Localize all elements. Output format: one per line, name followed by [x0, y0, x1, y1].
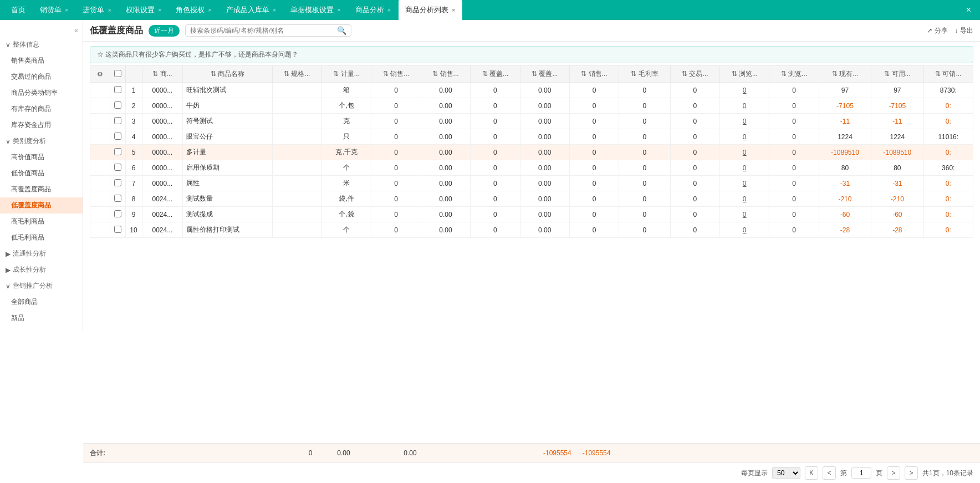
row-browse1[interactable]: 0 — [720, 222, 769, 238]
row-settings[interactable] — [90, 222, 110, 238]
sidebar-item-new-goods[interactable]: 新品 — [0, 310, 83, 326]
close-icon[interactable]: × — [387, 7, 391, 13]
close-icon[interactable]: × — [65, 7, 68, 13]
col-cover1-header[interactable]: ⇅ 覆盖... — [471, 66, 520, 83]
col-trade-header[interactable]: ⇅ 交易... — [670, 66, 719, 83]
nav-item-template[interactable]: 单据模板设置 × — [284, 0, 347, 20]
sidebar-section-circulation[interactable]: ▶ 流通性分析 — [0, 246, 83, 262]
row-settings[interactable] — [90, 129, 110, 145]
col-code-header[interactable]: ⇅ 商... — [142, 66, 183, 83]
close-icon[interactable]: × — [158, 7, 161, 13]
sidebar-item-high-margin[interactable]: 高毛利商品 — [0, 213, 83, 230]
row-browse1[interactable]: 0 — [720, 191, 769, 207]
row-settings[interactable] — [90, 83, 110, 98]
close-icon[interactable]: × — [273, 7, 276, 13]
row-select-checkbox[interactable] — [114, 86, 121, 93]
col-settings-header[interactable]: ⚙ — [90, 66, 110, 83]
sidebar-item-stock-capital[interactable]: 库存资金占用 — [0, 117, 83, 133]
row-checkbox[interactable] — [110, 222, 125, 238]
col-browse1-header[interactable]: ⇅ 浏览... — [720, 66, 769, 83]
col-sales2-header[interactable]: ⇅ 销售... — [569, 66, 619, 83]
sidebar-collapse-button[interactable]: « — [74, 27, 78, 34]
row-browse1[interactable]: 0 — [720, 98, 769, 114]
col-cover2-header[interactable]: ⇅ 覆盖... — [520, 66, 569, 83]
col-sales-amt-header[interactable]: ⇅ 销售... — [421, 66, 470, 83]
row-select-checkbox[interactable] — [114, 164, 121, 171]
nav-item-purchase[interactable]: 进货单 × — [76, 0, 118, 20]
row-checkbox[interactable] — [110, 191, 125, 207]
nav-item-roles[interactable]: 角色授权 × — [169, 0, 218, 20]
row-checkbox[interactable] — [110, 176, 125, 191]
row-settings[interactable] — [90, 176, 110, 191]
nav-item-analysis-list[interactable]: 商品分析列表 × — [399, 0, 462, 20]
row-browse1[interactable]: 0 — [720, 176, 769, 191]
sidebar-section-category[interactable]: ∨ 类别度分析 — [0, 133, 83, 149]
sidebar-item-all-goods[interactable]: 全部商品 — [0, 294, 83, 310]
col-sellable-header[interactable]: ⇅ 可销... — [923, 66, 973, 83]
row-select-checkbox[interactable] — [114, 133, 121, 140]
sidebar-item-stocked-goods[interactable]: 有库存的商品 — [0, 101, 83, 117]
col-available-header[interactable]: ⇅ 可用... — [871, 66, 923, 83]
search-input[interactable] — [190, 27, 337, 34]
close-icon[interactable]: × — [452, 7, 455, 13]
row-checkbox[interactable] — [110, 98, 125, 114]
row-browse1[interactable]: 0 — [720, 207, 769, 222]
col-gross-rate-header[interactable]: ⇅ 毛利率 — [619, 66, 670, 83]
first-page-button[interactable]: K — [805, 466, 818, 480]
nav-item-sales[interactable]: 销货单 × — [33, 0, 75, 20]
nav-item-finished-goods[interactable]: 产成品入库单 × — [220, 0, 283, 20]
row-checkbox[interactable] — [110, 129, 125, 145]
sidebar-item-low-margin[interactable]: 低毛利商品 — [0, 230, 83, 246]
col-browse2-header[interactable]: ⇅ 浏览... — [769, 66, 819, 83]
row-settings[interactable] — [90, 114, 110, 129]
row-settings[interactable] — [90, 207, 110, 222]
search-icon[interactable]: 🔍 — [337, 26, 346, 35]
row-select-checkbox[interactable] — [114, 210, 121, 217]
close-icon[interactable]: × — [108, 7, 111, 13]
next-page-button[interactable]: > — [887, 466, 900, 480]
nav-item-product-analysis[interactable]: 商品分析 × — [349, 0, 397, 20]
sidebar-item-traded-goods[interactable]: 交易过的商品 — [0, 69, 83, 85]
sidebar-section-overall[interactable]: ∨ 整体信息 — [0, 37, 83, 53]
row-browse1[interactable]: 0 — [720, 129, 769, 145]
row-checkbox[interactable] — [110, 114, 125, 129]
row-checkbox[interactable] — [110, 160, 125, 176]
row-checkbox[interactable] — [110, 145, 125, 160]
export-button[interactable]: ↓ 导出 — [955, 26, 973, 35]
row-settings[interactable] — [90, 98, 110, 114]
sidebar-item-low-coverage[interactable]: 低覆盖度商品 — [0, 197, 83, 213]
sidebar-section-growth[interactable]: ▶ 成长性分析 — [0, 262, 83, 278]
row-settings[interactable] — [90, 145, 110, 160]
row-checkbox[interactable] — [110, 207, 125, 222]
window-close-button[interactable]: × — [962, 5, 976, 15]
row-browse1[interactable]: 0 — [720, 114, 769, 129]
nav-item-home[interactable]: 首页 — [4, 0, 32, 20]
sidebar-item-high-coverage[interactable]: 高覆盖度商品 — [0, 181, 83, 197]
row-select-checkbox[interactable] — [114, 117, 121, 124]
row-browse1[interactable]: 0 — [720, 83, 769, 98]
page-size-select[interactable]: 50 10 20 100 — [772, 467, 800, 479]
select-all-checkbox[interactable] — [114, 70, 121, 77]
col-spec-header[interactable]: ⇅ 规格... — [272, 66, 321, 83]
col-unit-header[interactable]: ⇅ 计量... — [321, 66, 371, 83]
row-select-checkbox[interactable] — [114, 195, 121, 202]
sidebar-item-low-value[interactable]: 低价值商品 — [0, 165, 83, 181]
sidebar-item-category-rate[interactable]: 商品分类动销率 — [0, 85, 83, 101]
row-checkbox[interactable] — [110, 83, 125, 98]
sidebar-section-marketing[interactable]: ∨ 营销推广分析 — [0, 278, 83, 294]
close-icon[interactable]: × — [208, 7, 211, 13]
close-icon[interactable]: × — [337, 7, 340, 13]
col-sales-qty-header[interactable]: ⇅ 销售... — [371, 66, 421, 83]
share-button[interactable]: ↗ 分享 — [927, 26, 948, 35]
row-select-checkbox[interactable] — [114, 179, 121, 186]
row-settings[interactable] — [90, 191, 110, 207]
row-browse1[interactable]: 0 — [720, 145, 769, 160]
row-settings[interactable] — [90, 160, 110, 176]
page-number-input[interactable] — [851, 467, 871, 479]
col-checkbox-header[interactable] — [110, 66, 125, 83]
last-page-button[interactable]: > — [905, 466, 918, 480]
col-current-header[interactable]: ⇅ 现有... — [819, 66, 871, 83]
table-wrapper[interactable]: ⚙ ⇅ 商... ⇅ 商品名称 — [83, 65, 980, 443]
nav-item-permissions[interactable]: 权限设置 × — [119, 0, 168, 20]
row-browse1[interactable]: 0 — [720, 160, 769, 176]
